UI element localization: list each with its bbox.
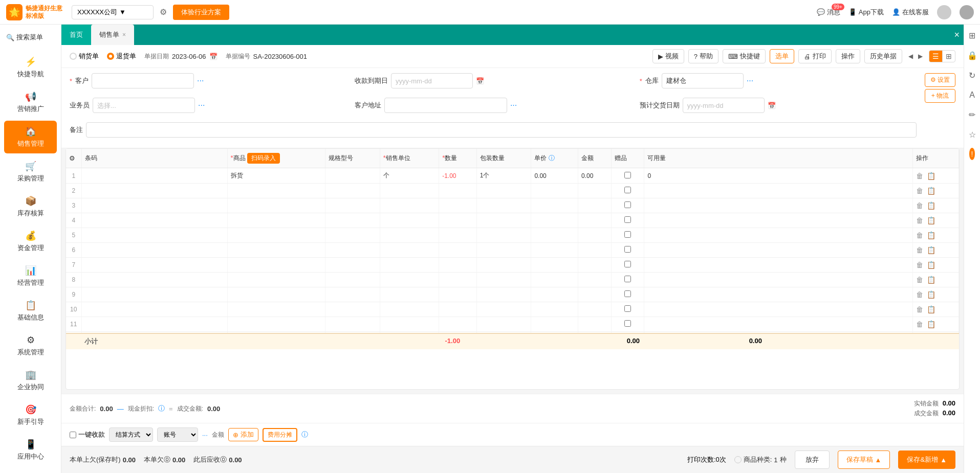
remark-input[interactable] [86,122,917,138]
copy-row-btn[interactable]: 📋 [927,216,935,224]
row-barcode[interactable] [81,168,227,184]
help-btn[interactable]: ? 帮助 [688,49,718,63]
gear-icon[interactable]: ⚙ [69,154,75,162]
sidebar-item-wechat[interactable]: 💬 企业微信 [4,468,57,473]
app-download-button[interactable]: 📱 App下载 [848,8,884,17]
one-click-payment-label[interactable]: 一键收款 [70,430,105,439]
row-gift[interactable] [611,287,644,302]
delete-row-btn[interactable]: 🗑 [916,201,923,210]
print-btn[interactable]: 🖨 打印 [798,49,832,63]
salesman-dots[interactable]: ··· [198,101,205,110]
delete-row-btn[interactable]: 🗑 [916,261,923,269]
search-menu[interactable]: 🔍 搜索菜单 [0,29,61,46]
sidebar-item-enterprise[interactable]: 🏢 企业协同 [4,364,57,397]
shortcut-btn[interactable]: ⌨ 快捷键 [723,49,766,63]
select-btn[interactable]: 选单 [770,49,794,63]
row-gift[interactable] [611,228,644,243]
customer-input[interactable] [92,73,194,88]
delete-row-btn[interactable]: 🗑 [916,276,923,284]
fee-info-icon[interactable]: ⓘ [301,430,308,439]
delete-row-btn[interactable]: 🗑 [916,187,923,195]
fee-split-button[interactable]: 费用分摊 [263,428,297,442]
tab-sales-order[interactable]: 销售单 × [91,25,134,45]
copy-row-btn[interactable]: 📋 [927,231,935,239]
sidebar-item-inventory[interactable]: 📦 库存核算 [4,190,57,223]
calendar-icon[interactable]: 📅 [209,53,217,60]
discount-info-icon[interactable]: ⓘ [158,404,165,413]
delete-row-btn[interactable]: 🗑 [916,216,923,224]
operation-btn[interactable]: 操作 [836,49,860,63]
delete-row-btn[interactable]: 🗑 [916,231,923,239]
sidebar-item-quick-nav[interactable]: ⚡ 快捷导航 [4,51,57,84]
sidebar-item-guide[interactable]: 🎯 新手引导 [4,399,57,432]
save-new-button[interactable]: 保存&新增 ▲ [898,451,955,469]
delete-row-btn[interactable]: 🗑 [916,320,923,328]
row-barcode[interactable] [81,317,227,332]
avatar2[interactable] [960,5,974,19]
message-button[interactable]: 💬 消息 99+ [817,8,840,17]
alert-panel-icon[interactable]: ! [969,148,975,160]
row-barcode[interactable] [81,273,227,287]
row-barcode[interactable] [81,213,227,228]
lock-panel-icon[interactable]: 🔒 [965,49,979,62]
copy-row-btn[interactable]: 📋 [927,172,935,180]
copy-row-btn[interactable]: 📋 [927,305,935,313]
sidebar-item-appstore[interactable]: 📱 应用中心 [4,434,57,466]
row-barcode[interactable] [81,302,227,317]
settings-icon[interactable]: ⚙ [158,5,169,19]
add-button[interactable]: ⊕ 添加 [228,428,258,441]
logistics-button[interactable]: + 物流 [925,89,955,103]
copy-row-btn[interactable]: 📋 [927,246,935,254]
sidebar-item-operations[interactable]: 📊 经营管理 [4,260,57,292]
payment-date-input[interactable] [391,73,473,88]
pencil-panel-icon[interactable]: ✏ [967,108,977,122]
company-selector[interactable]: XXXXXX公司 ▼ [72,5,154,19]
payment-calendar-icon[interactable]: 📅 [476,77,484,85]
row-gift[interactable] [611,258,644,273]
delete-row-btn[interactable]: 🗑 [916,246,923,254]
customer-dots[interactable]: ··· [197,76,204,85]
row-barcode[interactable] [81,287,227,302]
discard-button[interactable]: 放弃 [795,451,830,469]
expected-calendar-icon[interactable]: 📅 [768,102,776,109]
minus-icon[interactable]: — [117,405,124,413]
row-gift[interactable] [611,302,644,317]
expected-date-input[interactable] [683,98,765,113]
row-barcode[interactable] [81,243,227,258]
copy-row-btn[interactable]: 📋 [927,276,935,284]
sidebar-item-finance[interactable]: 💰 资金管理 [4,225,57,258]
trial-button[interactable]: 体验行业方案 [173,5,229,20]
history-btn[interactable]: 历史单据 [864,49,902,63]
row-barcode[interactable] [81,228,227,243]
scan-button[interactable]: 扫码录入 [247,153,280,164]
delete-row-btn[interactable]: 🗑 [916,290,923,299]
sidebar-item-sales[interactable]: 🏠 销售管理 [4,121,57,153]
address-dots[interactable]: ··· [510,101,517,110]
address-input[interactable] [384,98,507,113]
grid-view-btn[interactable]: ⊞ [943,51,955,62]
settings-button[interactable]: ⚙ 设置 [925,73,955,87]
list-view-btn[interactable]: ☰ [929,51,943,62]
avatar[interactable] [937,5,951,19]
sidebar-item-purchase[interactable]: 🛒 采购管理 [4,155,57,188]
sidebar-item-marketing[interactable]: 📢 营销推广 [4,86,57,119]
radio-return-order[interactable]: 退货单 [107,52,136,61]
dots-icon[interactable]: ··· [202,431,208,439]
save-draft-button[interactable]: 保存草稿 ▲ [838,451,890,469]
warehouse-input[interactable] [662,73,744,88]
row-barcode[interactable] [81,184,227,198]
online-service-button[interactable]: 👤 在线客服 [892,8,929,17]
copy-row-btn[interactable]: 📋 [927,187,935,195]
row-gift[interactable] [611,198,644,213]
delete-row-btn[interactable]: 🗑 [916,305,923,313]
row-gift[interactable] [611,243,644,258]
translate-panel-icon[interactable]: A [967,88,977,102]
star-panel-icon[interactable]: ☆ [967,128,978,142]
prev-arrow[interactable]: ◀ [906,52,915,61]
row-barcode[interactable] [81,198,227,213]
video-btn[interactable]: ▶ 视频 [652,49,684,63]
delete-row-btn[interactable]: 🗑 [916,172,923,180]
sidebar-item-basic[interactable]: 📋 基础信息 [4,295,57,327]
row-gift[interactable] [611,184,644,198]
row-gift[interactable] [611,273,644,287]
